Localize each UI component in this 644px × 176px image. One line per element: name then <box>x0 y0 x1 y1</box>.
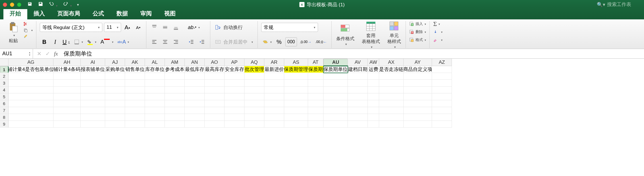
col-header-AW[interactable]: AW <box>368 59 379 66</box>
cell-AN2[interactable] <box>185 73 205 80</box>
cell-AQ4[interactable] <box>244 87 264 93</box>
cell-AK3[interactable] <box>125 80 145 87</box>
cell-AX8[interactable] <box>379 114 404 121</box>
cell-AX4[interactable] <box>379 87 404 93</box>
align-top-button[interactable] <box>150 23 159 32</box>
cell-AV1[interactable]: 建档日期 <box>348 66 368 73</box>
cell-AU8[interactable] <box>323 114 348 121</box>
fill-color-button[interactable]: ▾ <box>86 37 97 46</box>
cell-AO3[interactable] <box>205 80 225 87</box>
cell-AY7[interactable] <box>404 107 432 114</box>
cell-AR6[interactable] <box>264 100 284 107</box>
cell-AQ7[interactable] <box>244 107 264 114</box>
cell-AO8[interactable] <box>205 114 225 121</box>
cell-AZ7[interactable] <box>432 107 452 114</box>
cell-AQ2[interactable] <box>244 73 264 80</box>
col-header-AH[interactable]: AH <box>53 59 81 66</box>
col-header-AL[interactable]: AL <box>145 59 165 66</box>
cell-AL6[interactable] <box>145 100 165 107</box>
cell-AL5[interactable] <box>145 93 165 100</box>
cell-AO4[interactable] <box>205 87 225 93</box>
cell-AN6[interactable] <box>185 100 205 107</box>
cell-AU2[interactable] <box>323 73 348 80</box>
align-right-button[interactable] <box>171 37 180 46</box>
cell-AX9[interactable] <box>379 121 404 128</box>
cell-AJ8[interactable] <box>105 114 125 121</box>
row-header-5[interactable]: 5 <box>0 93 9 100</box>
cell-AX5[interactable] <box>379 93 404 100</box>
align-left-button[interactable] <box>150 37 159 46</box>
cell-AY1[interactable]: 商品自定义项 <box>404 66 432 73</box>
col-header-AM[interactable]: AM <box>165 59 185 66</box>
delete-cells-button[interactable]: ×删除▾ <box>409 29 426 35</box>
font-size-select[interactable]: 11▾ <box>104 23 121 32</box>
align-bottom-button[interactable] <box>171 23 180 32</box>
cell-AW2[interactable] <box>368 73 379 80</box>
col-header-AN[interactable]: AN <box>185 59 205 66</box>
cell-AK9[interactable] <box>125 121 145 128</box>
cell-AP6[interactable] <box>225 100 244 107</box>
cell-AT9[interactable] <box>308 121 323 128</box>
col-header-AV[interactable]: AV <box>348 59 368 66</box>
col-header-AO[interactable]: AO <box>205 59 225 66</box>
cell-AQ6[interactable] <box>244 100 264 107</box>
cell-AS5[interactable] <box>284 93 308 100</box>
col-header-AQ[interactable]: AQ <box>244 59 264 66</box>
cell-AJ3[interactable] <box>105 80 125 87</box>
cell-AL4[interactable] <box>145 87 165 93</box>
cell-AQ9[interactable] <box>244 121 264 128</box>
cell-AU7[interactable] <box>323 107 348 114</box>
cell-AQ1[interactable]: 批次管理 <box>244 66 264 73</box>
cell-AY4[interactable] <box>404 87 432 93</box>
formula-input[interactable] <box>62 49 644 58</box>
cell-AL1[interactable]: 库存单位 <box>145 66 165 73</box>
cell-AN4[interactable] <box>185 87 205 93</box>
cell-AU1[interactable]: 保质期单位 <box>323 66 348 73</box>
cell-AP9[interactable] <box>225 121 244 128</box>
enter-formula-icon[interactable]: ✓ <box>45 50 50 57</box>
cell-AI8[interactable] <box>81 114 105 121</box>
cell-AH5[interactable] <box>53 93 81 100</box>
cell-AV9[interactable] <box>348 121 368 128</box>
cell-AQ5[interactable] <box>244 93 264 100</box>
tab-公式[interactable]: 公式 <box>86 8 110 19</box>
cell-AH2[interactable] <box>53 73 81 80</box>
tab-视图[interactable]: 视图 <box>158 8 182 19</box>
autosum-button[interactable]: Σ▾ <box>433 21 443 27</box>
cell-AG5[interactable] <box>9 93 53 100</box>
cell-AH7[interactable] <box>53 107 81 114</box>
cell-AY8[interactable] <box>404 114 432 121</box>
col-header-AI[interactable]: AI <box>81 59 105 66</box>
insert-cells-button[interactable]: +插入▾ <box>409 21 426 27</box>
col-header-AP[interactable]: AP <box>225 59 244 66</box>
name-box[interactable]: AU1 ▴▾ <box>0 49 33 58</box>
cell-AO7[interactable] <box>205 107 225 114</box>
cell-AO5[interactable] <box>205 93 225 100</box>
cell-AG9[interactable] <box>9 121 53 128</box>
row-header-4[interactable]: 4 <box>0 87 9 93</box>
font-color-button[interactable]: A▾ <box>99 37 115 46</box>
cell-AS9[interactable] <box>284 121 308 128</box>
cell-AV5[interactable] <box>348 93 368 100</box>
decrease-indent-button[interactable] <box>187 37 196 46</box>
cell-AP1[interactable]: 安全库存 <box>225 66 244 73</box>
cell-AO6[interactable] <box>205 100 225 107</box>
cell-AQ3[interactable] <box>244 80 264 87</box>
conditional-format-button[interactable]: 条件格式▾ <box>335 23 356 46</box>
cell-styles-button[interactable]: 单元 格样式▾ <box>386 20 402 49</box>
cell-AL7[interactable] <box>145 107 165 114</box>
cell-AI5[interactable] <box>81 93 105 100</box>
cell-AW1[interactable]: 运费 <box>368 66 379 73</box>
cell-AY5[interactable] <box>404 93 432 100</box>
cell-AV6[interactable] <box>348 100 368 107</box>
cell-AS6[interactable] <box>284 100 308 107</box>
row-header-1[interactable]: 1 <box>0 66 9 73</box>
col-header-AK[interactable]: AK <box>125 59 145 66</box>
cell-AM2[interactable] <box>165 73 185 80</box>
cell-AV2[interactable] <box>348 73 368 80</box>
cell-AX7[interactable] <box>379 107 404 114</box>
cell-AP5[interactable] <box>225 93 244 100</box>
align-center-button[interactable] <box>161 37 170 46</box>
cell-AM5[interactable] <box>165 93 185 100</box>
tab-数据[interactable]: 数据 <box>110 8 134 19</box>
